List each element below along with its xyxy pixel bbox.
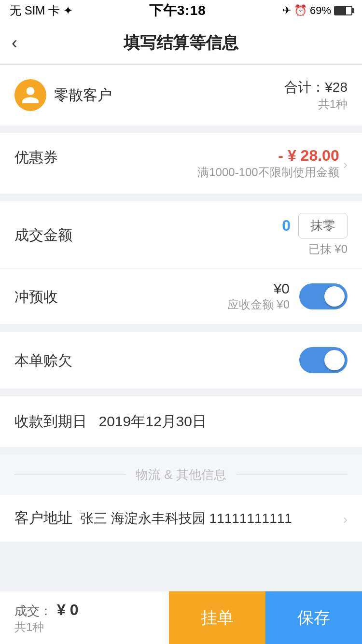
address-section[interactable]: 客户地址 张三 海淀永丰科技园 11111111111 › xyxy=(0,495,362,542)
customer-info-left: 零散客户 xyxy=(14,79,112,111)
coupon-row[interactable]: 优惠券 - ¥ 28.00 满1000-100不限制使用金额 › xyxy=(0,133,362,194)
save-button[interactable]: 保存 xyxy=(265,591,362,644)
coupon-section: 优惠券 - ¥ 28.00 满1000-100不限制使用金额 › xyxy=(0,133,362,194)
prepay-values: ¥0 应收金额 ¥0 xyxy=(227,280,290,312)
bottom-bar: 成交： ¥ 0 共1种 挂单 保存 xyxy=(0,591,362,644)
address-label: 客户地址 xyxy=(14,508,72,528)
arrears-toggle[interactable] xyxy=(299,347,348,373)
total-label: 合计： xyxy=(284,80,325,95)
due-date-section: 收款到期日 2019年12月30日 xyxy=(0,396,362,447)
status-left: 无 SIM 卡 ✦ xyxy=(10,3,73,18)
no-sim-text: 无 SIM 卡 ✦ xyxy=(10,3,73,18)
location-icon: ✈ xyxy=(282,4,291,17)
amount-input-area: 抹零 xyxy=(252,213,348,238)
coupon-value-area: - ¥ 28.00 满1000-100不限制使用金额 xyxy=(197,147,339,180)
bottom-count: 共1种 xyxy=(14,619,154,635)
amount-sub: 已抹 ¥0 xyxy=(308,241,348,257)
coupon-description: 满1000-100不限制使用金额 xyxy=(197,165,339,180)
back-button[interactable]: ‹ xyxy=(12,33,17,53)
divider-line-left xyxy=(14,475,126,475)
battery-text: 69% xyxy=(310,4,331,17)
bottom-deal-label: 成交： xyxy=(14,602,52,619)
divider-line-right xyxy=(236,475,348,475)
arrears-toggle-knob xyxy=(324,350,345,370)
address-value: 张三 海淀永丰科技园 11111111111 xyxy=(80,509,332,528)
coupon-chevron-icon: › xyxy=(343,157,348,172)
bottom-info: 成交： ¥ 0 共1种 xyxy=(0,601,169,635)
deal-amount-row: 成交金额 抹零 已抹 ¥0 xyxy=(0,201,362,269)
amount-section: 成交金额 抹零 已抹 ¥0 冲预收 ¥0 应收金额 ¥0 xyxy=(0,201,362,324)
battery-icon xyxy=(334,6,352,15)
total-amount: ¥28 xyxy=(325,80,348,95)
due-date-label: 收款到期日 xyxy=(14,413,87,429)
status-right: ✈ ⏰ 69% xyxy=(282,4,352,17)
address-chevron-icon: › xyxy=(343,512,348,527)
toggle-knob xyxy=(324,286,345,307)
arrears-label: 本单赊欠 xyxy=(14,350,72,371)
nav-bar: ‹ 填写结算等信息 xyxy=(0,21,362,65)
customer-count: 共1种 xyxy=(284,97,348,112)
logistics-label: 物流 & 其他信息 xyxy=(136,466,226,483)
prepay-label: 冲预收 xyxy=(14,286,58,307)
round-button[interactable]: 抹零 xyxy=(298,213,348,238)
prepay-row: 冲预收 ¥0 应收金额 ¥0 xyxy=(0,269,362,324)
customer-total: 合计：¥28 xyxy=(284,78,348,97)
prepay-amount: ¥0 xyxy=(227,280,290,297)
content: 零散客户 合计：¥28 共1种 优惠券 - ¥ 28.00 满1000-100不… xyxy=(0,65,362,607)
amount-input[interactable] xyxy=(252,217,291,235)
status-bar: 无 SIM 卡 ✦ 下午3:18 ✈ ⏰ 69% xyxy=(0,0,362,21)
customer-total-area: 合计：¥28 共1种 xyxy=(284,78,348,112)
customer-name: 零散客户 xyxy=(54,85,112,105)
bottom-deal-row: 成交： ¥ 0 xyxy=(14,601,154,619)
customer-row: 零散客户 合计：¥28 共1种 xyxy=(0,65,362,126)
prepay-toggle[interactable] xyxy=(299,283,348,309)
bottom-deal-amount: ¥ 0 xyxy=(57,601,78,619)
coupon-discount: - ¥ 28.00 xyxy=(278,147,339,165)
arrears-section: 本单赊欠 xyxy=(0,332,362,389)
status-time: 下午3:18 xyxy=(149,1,206,20)
prepay-right: ¥0 应收金额 ¥0 xyxy=(227,280,348,312)
amount-label: 成交金额 xyxy=(14,224,72,245)
coupon-label: 优惠券 xyxy=(14,147,58,168)
pending-button[interactable]: 挂单 xyxy=(169,591,265,644)
prepay-sub: 应收金额 ¥0 xyxy=(227,297,290,312)
logistics-divider: 物流 & 其他信息 xyxy=(0,455,362,495)
customer-avatar xyxy=(14,79,46,111)
due-date-value: 2019年12月30日 xyxy=(98,413,206,429)
user-icon xyxy=(20,85,41,105)
page-title: 填写结算等信息 xyxy=(124,32,238,54)
alarm-icon: ⏰ xyxy=(294,4,307,17)
